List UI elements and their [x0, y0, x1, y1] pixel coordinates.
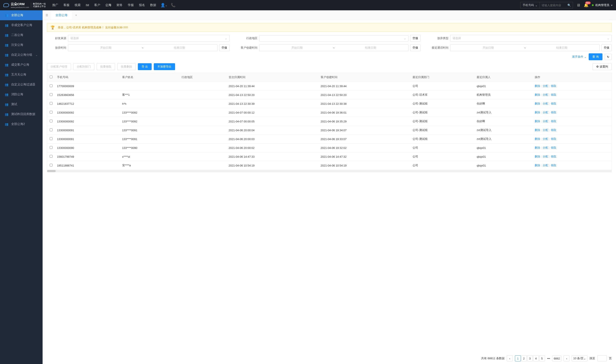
page-jump-input[interactable] — [597, 355, 607, 361]
monitor-icon[interactable]: 🖥 — [577, 3, 580, 8]
friend-source-select[interactable]: 请选择⌄ — [68, 35, 230, 42]
nav-item-推广[interactable]: 推广 — [52, 3, 58, 7]
export-plain-button[interactable]: 不加密导出 — [154, 63, 175, 70]
expand-filters-button[interactable]: 展开条件 ⌄ — [572, 55, 587, 59]
row-delete-button[interactable]: 删除 — [535, 102, 540, 105]
row-claim-button[interactable]: 领取 — [551, 93, 556, 96]
recent-call-range[interactable]: 开始日期~结束日期 — [450, 44, 600, 51]
query-button[interactable]: 查 询 — [589, 53, 603, 60]
row-checkbox[interactable] — [50, 111, 52, 114]
page-prev-button[interactable]: ‹ — [507, 355, 513, 361]
row-assign-button[interactable]: 分配 — [543, 93, 548, 96]
tab-all-public[interactable]: 全部公海 — [51, 10, 72, 20]
abandon-time-null-button[interactable]: 空值 — [219, 44, 230, 51]
page-size-select[interactable]: 10 条/页 ⌄ — [572, 355, 587, 361]
row-assign-button[interactable]: 分配 — [543, 129, 548, 132]
row-delete-button[interactable]: 删除 — [535, 93, 540, 96]
logo[interactable]: 云朵CRM www.yunduocrm.com 教育机构一站 式服务云平台 — [3, 2, 46, 8]
page-last-button[interactable]: 6882 — [552, 355, 561, 361]
row-checkbox[interactable] — [50, 102, 52, 105]
nav-item-学服[interactable]: 学服 — [128, 3, 134, 7]
add-user-icon[interactable]: 👤₊ — [160, 3, 167, 8]
row-claim-button[interactable]: 领取 — [551, 146, 556, 149]
row-assign-button[interactable]: 分配 — [543, 120, 548, 123]
page-number-button[interactable]: 2 — [521, 355, 527, 361]
row-delete-button[interactable]: 删除 — [535, 120, 540, 123]
row-claim-button[interactable]: 领取 — [551, 102, 556, 105]
batch-claim-button[interactable]: 批量领取 — [97, 63, 115, 70]
search-type-select[interactable]: 手机号码⌄ — [521, 2, 540, 8]
row-checkbox[interactable] — [50, 164, 52, 167]
select-all-checkbox[interactable] — [50, 76, 52, 78]
row-claim-button[interactable]: 领取 — [551, 84, 556, 88]
row-claim-button[interactable]: 领取 — [551, 164, 556, 167]
row-delete-button[interactable]: 删除 — [535, 84, 540, 88]
region-select[interactable]: ⌄ — [259, 35, 409, 41]
row-checkbox[interactable] — [50, 129, 52, 131]
nav-item-数据[interactable]: 数据 — [150, 3, 156, 7]
sidebar-item-自定义公海分组[interactable]: 👥自定义公海分组⌄ — [0, 50, 43, 60]
row-assign-button[interactable]: 分配 — [543, 137, 548, 141]
row-claim-button[interactable]: 领取 — [551, 155, 556, 158]
row-assign-button[interactable]: 分配 — [543, 164, 548, 167]
nav-item-财务[interactable]: 财务 — [116, 3, 123, 7]
sidebar-item-全部公海[interactable]: 👥全部公海 — [0, 10, 43, 20]
batch-delete-button[interactable]: 批量删除 — [117, 63, 136, 70]
row-checkbox[interactable] — [50, 93, 52, 96]
row-checkbox[interactable] — [50, 146, 52, 149]
row-delete-button[interactable]: 删除 — [535, 146, 540, 149]
user-menu[interactable]: 机构管理员 ▾ — [592, 3, 613, 7]
sidebar-item-成交客户公海[interactable]: 👥成交客户公海 — [0, 60, 43, 70]
export-button[interactable]: 导 出 — [138, 63, 152, 70]
row-checkbox[interactable] — [50, 155, 52, 158]
row-assign-button[interactable]: 分配 — [543, 155, 548, 158]
sidebar-item-测试昨日回库数据[interactable]: 👥测试昨日回库数据 — [0, 109, 43, 119]
create-time-range[interactable]: 开始日期~结束日期 — [259, 44, 409, 51]
nav-item-客服[interactable]: 客服 — [64, 3, 69, 7]
page-number-button[interactable]: 1 — [515, 355, 521, 361]
sidebar-item-全部公海2[interactable]: 👥全部公海2 — [0, 119, 43, 129]
sidebar-item-自定义公海过滤器[interactable]: 👥自定义公海过滤器 — [0, 80, 43, 90]
bell-icon[interactable]: 🔔99+ — [584, 3, 589, 8]
nav-item-报名[interactable]: 报名 — [139, 3, 145, 7]
row-delete-button[interactable]: 删除 — [535, 137, 540, 141]
row-checkbox[interactable] — [50, 84, 52, 87]
row-delete-button[interactable]: 删除 — [535, 129, 540, 132]
abandon-type-select[interactable]: 请选择⌄ — [450, 35, 612, 42]
nav-item-线索[interactable]: 线索 — [75, 3, 81, 7]
sidebar-item-二咨公海[interactable]: 👥二咨公海 — [0, 30, 43, 40]
row-checkbox[interactable] — [50, 137, 52, 140]
search-icon[interactable]: 🔍 — [566, 2, 573, 8]
sidebar-item-五月天公海[interactable]: 👥五月天公海 — [0, 70, 43, 80]
refresh-icon[interactable]: ↻ — [605, 54, 612, 60]
row-claim-button[interactable]: 领取 — [551, 111, 556, 114]
row-delete-button[interactable]: 删除 — [535, 164, 540, 167]
sidebar-item-注安公海[interactable]: 👥注安公海 — [0, 40, 43, 50]
set-columns-button[interactable]: ⚙ 设置列 — [592, 63, 612, 70]
recent-call-null-button[interactable]: 空值 — [601, 44, 612, 51]
row-assign-button[interactable]: 分配 — [543, 146, 548, 149]
horizontal-scrollbar[interactable] — [47, 170, 612, 172]
abandon-time-range[interactable]: 开始日期~结束日期 — [68, 44, 218, 51]
region-null-button[interactable]: 空值 — [410, 35, 421, 42]
row-assign-button[interactable]: 分配 — [543, 102, 548, 105]
row-checkbox[interactable] — [50, 120, 52, 122]
phone-icon[interactable]: 📞 — [171, 3, 176, 8]
assign-manager-button[interactable]: 分配客户经理 — [47, 63, 71, 70]
page-number-button[interactable]: 5 — [539, 355, 545, 361]
row-claim-button[interactable]: 领取 — [551, 120, 556, 123]
assign-dept-button[interactable]: 分配到部门 — [73, 63, 94, 70]
row-claim-button[interactable]: 领取 — [551, 129, 556, 132]
nav-item-IM[interactable]: IM — [86, 3, 89, 7]
sidebar-item-测试[interactable]: 👥测试 — [0, 99, 43, 109]
row-assign-button[interactable]: 分配 — [543, 84, 548, 88]
row-delete-button[interactable]: 删除 — [535, 111, 540, 114]
row-claim-button[interactable]: 领取 — [551, 137, 556, 141]
row-assign-button[interactable]: 分配 — [543, 111, 548, 114]
nav-item-客户[interactable]: 客户 — [94, 3, 100, 7]
search-input[interactable] — [540, 2, 566, 8]
page-number-button[interactable]: 3 — [527, 355, 533, 361]
page-number-button[interactable]: 4 — [533, 355, 539, 361]
sidebar-item-消防公海[interactable]: 👥消防公海 — [0, 90, 43, 99]
page-next-button[interactable]: › — [564, 355, 570, 361]
